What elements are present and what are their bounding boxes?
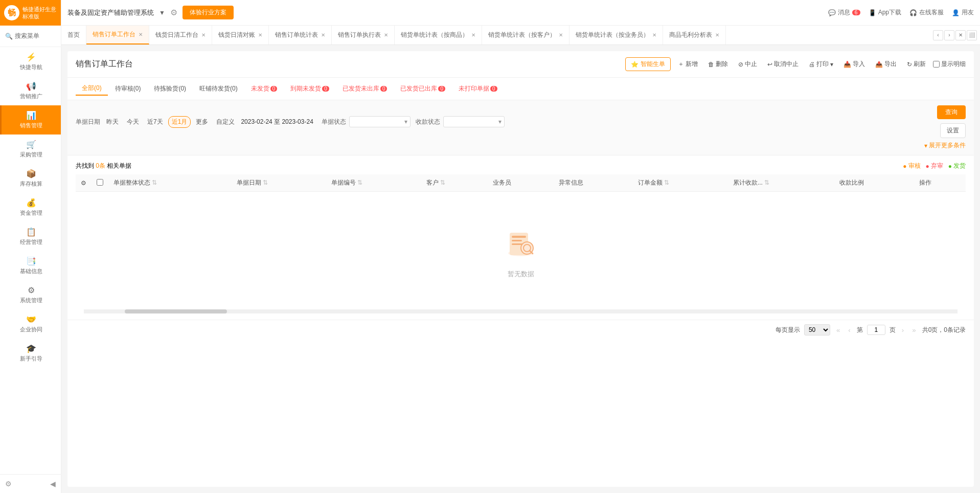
sidebar-search-area[interactable]: 🔍 搜索菜单 [0, 26, 61, 47]
tab-next-button[interactable]: › [944, 30, 954, 40]
stop-button[interactable]: ⊘ 中止 [735, 58, 760, 71]
export-button[interactable]: 📤 导出 [872, 58, 900, 71]
sidebar-item-inventory[interactable]: 📦库存核算 [0, 164, 61, 193]
filter-date-1month[interactable]: 近1月 [168, 116, 191, 128]
col-amount[interactable]: 订单金额⇅ [633, 174, 728, 192]
filter-tab-pending-check[interactable]: 待拣验货(0) [148, 82, 192, 95]
sidebar-item-finance[interactable]: 💰资金管理 [0, 193, 61, 222]
filter-date-more[interactable]: 更多 [193, 117, 211, 127]
filter-tab-shipped-not-out[interactable]: 已发货未出库0 [336, 82, 394, 95]
print-button[interactable]: 🖨 打印 ▾ [806, 58, 836, 71]
tab-close-icon[interactable]: ✕ [201, 32, 206, 38]
filter-tab-pending-review[interactable]: 待审核(0) [109, 82, 147, 95]
filter-tab-expired-not-shipped[interactable]: 到期未发货0 [284, 82, 335, 95]
tab-close-icon[interactable]: ✕ [384, 32, 388, 38]
last-page-button[interactable]: » [910, 325, 918, 335]
col-customer[interactable]: 客户⇅ [421, 174, 488, 192]
sidebar-item-operations[interactable]: 📋经营管理 [0, 222, 61, 251]
sidebar-item-purchase[interactable]: 🛒采购管理 [0, 135, 61, 164]
first-page-button[interactable]: « [834, 325, 842, 335]
tab-sales-sum-customer[interactable]: 销货单统计表（按客户） ✕ [482, 26, 569, 44]
sidebar: 畅 畅捷通好生意 标准版 🔍 搜索菜单 ⚡快捷导航📢营销推广📊销售管理🛒采购管理… [0, 0, 61, 493]
filter-tab-shipped-out[interactable]: 已发货已出库0 [394, 82, 451, 95]
filter-status-select[interactable] [349, 116, 411, 127]
col-check[interactable] [92, 174, 108, 192]
filter-date-yesterday[interactable]: 昨天 [103, 117, 122, 127]
message-button[interactable]: 💬 消息 6 [828, 8, 860, 17]
show-detail-checkbox-label[interactable]: 显示明细 [933, 60, 966, 69]
tab-close-icon[interactable]: ✕ [652, 32, 656, 38]
industry-solution-button[interactable]: 体验行业方案 [183, 6, 234, 19]
tab-close-current-button[interactable]: ✕ [955, 30, 966, 40]
user-menu-button[interactable]: 👤 用友 [952, 8, 974, 17]
sidebar-item-enterprise[interactable]: 🤝企业协同 [0, 309, 61, 339]
filter-date-7days[interactable]: 近7天 [144, 117, 166, 127]
sidebar-item-guide[interactable]: 🎓新手引导 [0, 339, 61, 368]
horizontal-scrollbar[interactable] [84, 309, 958, 313]
scrollbar-thumb[interactable] [125, 309, 227, 313]
setting-button[interactable]: 设置 [940, 123, 966, 138]
batch-cancel-button[interactable]: ● 弃审 [926, 162, 943, 170]
quick-nav-icon: ⚡ [26, 52, 36, 62]
batch-ship-button[interactable]: ● 发货 [948, 162, 966, 170]
table-meta-text: 共找到 0条 相关单据 [76, 162, 131, 170]
filter-tab-wangpu[interactable]: 旺铺待发货(0) [193, 82, 244, 95]
per-page-select[interactable]: 50 10 20 100 [804, 324, 830, 335]
tab-sales-exec[interactable]: 销售订单执行表 ✕ [332, 26, 395, 44]
expand-more-conditions[interactable]: ▾ 展开更多条件 [924, 141, 966, 150]
show-detail-checkbox[interactable] [933, 61, 940, 68]
col-collected[interactable]: 累计收款...⇅ [728, 174, 835, 192]
tab-cash-daily[interactable]: 钱货日清工作台 ✕ [149, 26, 212, 44]
tab-home[interactable]: 首页 [61, 26, 86, 44]
tab-close-icon[interactable]: ✕ [471, 32, 475, 38]
tab-close-icon[interactable]: ✕ [321, 32, 325, 38]
sidebar-item-sales[interactable]: 📊销售管理 [0, 105, 61, 135]
import-button[interactable]: 📥 导入 [840, 58, 868, 71]
tab-cash-reconcile[interactable]: 钱货日清对账 ✕ [212, 26, 269, 44]
prev-page-button[interactable]: ‹ [846, 325, 852, 335]
online-service-button[interactable]: 🎧 在线客服 [909, 8, 944, 17]
tab-sales-stat[interactable]: 销售订单统计表 ✕ [269, 26, 332, 44]
tab-prev-button[interactable]: ‹ [933, 30, 943, 40]
add-button[interactable]: ＋ 新增 [675, 58, 701, 71]
current-page-input[interactable] [867, 325, 885, 335]
tab-sales-sum-staff[interactable]: 销货单统计表（按业务员） ✕ [569, 26, 663, 44]
tab-close-icon[interactable]: ✕ [715, 32, 719, 38]
tab-sales-workbench[interactable]: 销售订单工作台 ✕ [86, 26, 149, 44]
filter-tab-not-shipped[interactable]: 未发货0 [245, 82, 284, 95]
tab-close-icon[interactable]: ✕ [559, 32, 563, 38]
tab-product-profit[interactable]: 商品毛利分析表 ✕ [663, 26, 726, 44]
system-dropdown[interactable]: ▼ [159, 9, 165, 16]
sidebar-item-quick-nav[interactable]: ⚡快捷导航 [0, 47, 61, 76]
next-page-button[interactable]: › [900, 325, 906, 335]
filter-tab-not-printed[interactable]: 未打印单据0 [452, 82, 504, 95]
pagination: 每页显示 50 10 20 100 « ‹ 第 页 › » 共0页，0条记录 [67, 320, 974, 340]
filter-tab-all[interactable]: 全部(0) [76, 82, 108, 96]
col-number[interactable]: 单据编号⇅ [326, 174, 421, 192]
refresh-icon: ↻ [907, 61, 912, 68]
tab-sales-sum-product[interactable]: 销货单统计表（按商品） ✕ [395, 26, 482, 44]
tab-close-icon[interactable]: ✕ [139, 32, 143, 37]
cancel-stop-button[interactable]: ↩ 取消中止 [764, 58, 802, 71]
select-all-checkbox[interactable] [97, 179, 103, 186]
settings-icon-button[interactable]: ⚙ [5, 480, 12, 488]
col-date[interactable]: 单据日期⇅ [232, 174, 327, 192]
sidebar-item-system[interactable]: ⚙系统管理 [0, 280, 61, 309]
filter-payment-select[interactable] [443, 116, 505, 127]
smart-create-button[interactable]: ⭐ 智能生单 [625, 57, 671, 71]
collapse-sidebar-button[interactable]: ◀ [50, 480, 56, 488]
topbar-settings-icon[interactable]: ⚙ [170, 8, 177, 17]
batch-review-button[interactable]: ● 审核 [903, 162, 920, 170]
sidebar-item-marketing[interactable]: 📢营销推广 [0, 76, 61, 105]
sidebar-item-basic[interactable]: 📑基础信息 [0, 251, 61, 280]
refresh-button[interactable]: ↻ 刷新 [904, 58, 929, 71]
filter-date-today[interactable]: 今天 [124, 117, 142, 127]
tab-maximize-button[interactable]: ⬜ [967, 30, 977, 40]
col-status[interactable]: 单据整体状态⇅ [108, 174, 232, 192]
tab-close-icon[interactable]: ✕ [258, 32, 262, 38]
app-download-button[interactable]: 📱 App下载 [869, 8, 901, 17]
search-menu-button[interactable]: 🔍 搜索菜单 [3, 30, 58, 42]
filter-date-custom[interactable]: 自定义 [213, 117, 238, 127]
query-button[interactable]: 查询 [937, 105, 966, 119]
delete-button[interactable]: 🗑 删除 [705, 58, 731, 71]
